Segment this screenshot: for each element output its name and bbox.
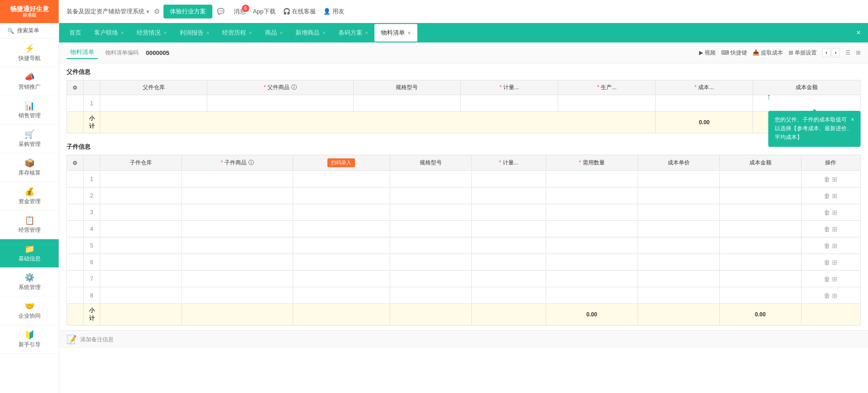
child-row-warehouse[interactable]: [100, 171, 182, 187]
child-row-need-qty[interactable]: [546, 287, 638, 304]
child-row-warehouse[interactable]: [100, 187, 182, 204]
sidebar-item-quick-nav[interactable]: ⚡ 快捷导航: [0, 39, 59, 67]
child-row-warehouse[interactable]: [100, 271, 182, 287]
sidebar-search[interactable]: 🔍 搜索菜单: [0, 23, 59, 39]
view-video-button[interactable]: ▶ 视频: [699, 49, 716, 57]
sub-tab-bom[interactable]: 物料清单: [66, 46, 98, 59]
sidebar-item-inventory[interactable]: 📦 库存核算: [0, 153, 59, 182]
child-row-unit[interactable]: [471, 271, 546, 287]
child-row-unit-cost[interactable]: [638, 204, 719, 221]
tab-barcode-close[interactable]: ×: [365, 30, 368, 36]
sidebar-item-enterprise[interactable]: 🤝 企业协同: [0, 296, 59, 325]
child-row-spec[interactable]: [390, 271, 471, 287]
delete-row-icon[interactable]: 🗑: [824, 242, 830, 249]
child-row-need-qty[interactable]: [546, 171, 638, 187]
child-row-product[interactable]: [182, 221, 293, 237]
child-row-need-qty[interactable]: [546, 254, 638, 271]
child-row-spec[interactable]: [390, 287, 471, 304]
child-row-spec[interactable]: [390, 171, 471, 187]
sidebar-item-base-info[interactable]: 📁 基础信息: [0, 239, 59, 268]
delete-row-icon[interactable]: 🗑: [824, 192, 830, 200]
child-row-unit-cost[interactable]: [638, 237, 719, 254]
child-row-unit[interactable]: [471, 204, 546, 221]
copy-row-icon[interactable]: ⊞: [832, 175, 838, 183]
child-row-warehouse[interactable]: [100, 221, 182, 237]
copy-row-icon[interactable]: ⊞: [832, 209, 838, 216]
child-row-product[interactable]: [182, 237, 293, 254]
child-row-spec[interactable]: [390, 221, 471, 237]
tab-profit[interactable]: 利润报告 ×: [173, 24, 216, 42]
message-button[interactable]: 💬 6 消息: [217, 7, 246, 16]
child-row-unit-cost[interactable]: [638, 287, 719, 304]
child-row-unit[interactable]: [471, 171, 546, 187]
child-row-need-qty[interactable]: [546, 237, 638, 254]
child-row-product[interactable]: [182, 187, 293, 204]
tab-product[interactable]: 商品 ×: [259, 24, 289, 42]
tab-op-history[interactable]: 经营历程 ×: [216, 24, 258, 42]
nav-close-all[interactable]: ×: [853, 27, 864, 39]
trial-button[interactable]: 体验行业方案: [163, 5, 212, 18]
child-row-unit-cost[interactable]: [638, 187, 719, 204]
copy-row-icon[interactable]: ⊞: [832, 292, 838, 299]
child-row-unit[interactable]: [471, 237, 546, 254]
sidebar-item-purchase[interactable]: 🛒 采购管理: [0, 125, 59, 153]
child-row-need-qty[interactable]: [546, 271, 638, 287]
child-row-warehouse[interactable]: [100, 204, 182, 221]
delete-row-icon[interactable]: 🗑: [824, 259, 830, 266]
child-row-unit-cost[interactable]: [638, 271, 719, 287]
tab-op-history-close[interactable]: ×: [249, 30, 252, 36]
sidebar-item-sales[interactable]: 📊 销售管理: [0, 96, 59, 125]
child-col-scan[interactable]: 扫码录入: [293, 155, 390, 171]
user-avatar[interactable]: 👤 用友: [323, 7, 344, 16]
tab-home[interactable]: 首页: [63, 24, 88, 42]
sidebar-item-finance[interactable]: 💰 资金管理: [0, 182, 59, 211]
parent-col-settings[interactable]: ⚙: [67, 80, 84, 95]
copy-row-icon[interactable]: ⊞: [832, 225, 838, 233]
child-row-unit[interactable]: [471, 187, 546, 204]
child-row-warehouse[interactable]: [100, 237, 182, 254]
tab-customer-close[interactable]: ×: [121, 30, 124, 36]
sidebar-item-guide[interactable]: 🔰 新手引导: [0, 325, 59, 354]
tab-op-close[interactable]: ×: [163, 30, 166, 36]
tooltip-close-button[interactable]: ×: [851, 115, 854, 124]
topbar-dropdown-arrow[interactable]: ▾: [146, 8, 149, 15]
parent-row-cost[interactable]: [656, 95, 753, 112]
sidebar-item-system[interactable]: ⚙️ 系统管理: [0, 268, 59, 296]
tab-operation-status[interactable]: 经营情况 ×: [130, 24, 173, 42]
tab-add-product-close[interactable]: ×: [322, 30, 325, 36]
copy-row-icon[interactable]: ⊞: [832, 242, 838, 249]
next-record-button[interactable]: ›: [832, 48, 840, 57]
delete-row-icon[interactable]: 🗑: [824, 275, 830, 283]
list-view-icon[interactable]: ⊞: [856, 49, 861, 56]
shortcut-button[interactable]: ⌨ 快捷键: [721, 49, 747, 57]
copy-row-icon[interactable]: ⊞: [832, 192, 838, 200]
delete-row-icon[interactable]: 🗑: [824, 209, 830, 216]
child-row-unit-cost[interactable]: [638, 254, 719, 271]
tab-profit-close[interactable]: ×: [206, 30, 209, 36]
scan-input-button[interactable]: 扫码录入: [327, 158, 355, 167]
parent-row-product[interactable]: [207, 95, 353, 112]
delete-row-icon[interactable]: 🗑: [824, 292, 830, 299]
child-row-product[interactable]: [182, 271, 293, 287]
parent-row-unit[interactable]: [461, 95, 558, 112]
child-row-spec[interactable]: [390, 187, 471, 204]
bottom-hint[interactable]: 添加备注信息: [80, 336, 114, 344]
prev-record-button[interactable]: ‹: [822, 48, 831, 57]
tab-barcode[interactable]: 条码方案 ×: [332, 24, 374, 42]
parent-row-spec[interactable]: [353, 95, 460, 112]
online-service-button[interactable]: 🎧 在线客服: [283, 7, 316, 16]
copy-row-icon[interactable]: ⊞: [832, 275, 838, 283]
tab-add-product[interactable]: 新增商品 ×: [289, 24, 332, 42]
child-row-warehouse[interactable]: [100, 287, 182, 304]
child-row-warehouse[interactable]: [100, 254, 182, 271]
child-row-product[interactable]: [182, 287, 293, 304]
gear-icon[interactable]: ⚙: [154, 7, 160, 16]
child-row-product[interactable]: [182, 171, 293, 187]
child-row-spec[interactable]: [390, 204, 471, 221]
cost-button[interactable]: 📥 提取成本: [753, 49, 783, 57]
copy-row-icon[interactable]: ⊞: [832, 259, 838, 266]
child-row-product[interactable]: [182, 204, 293, 221]
child-col-settings[interactable]: ⚙: [67, 155, 84, 171]
parent-row-warehouse[interactable]: [100, 95, 207, 112]
sidebar-item-marketing[interactable]: 📣 营销推广: [0, 67, 59, 96]
